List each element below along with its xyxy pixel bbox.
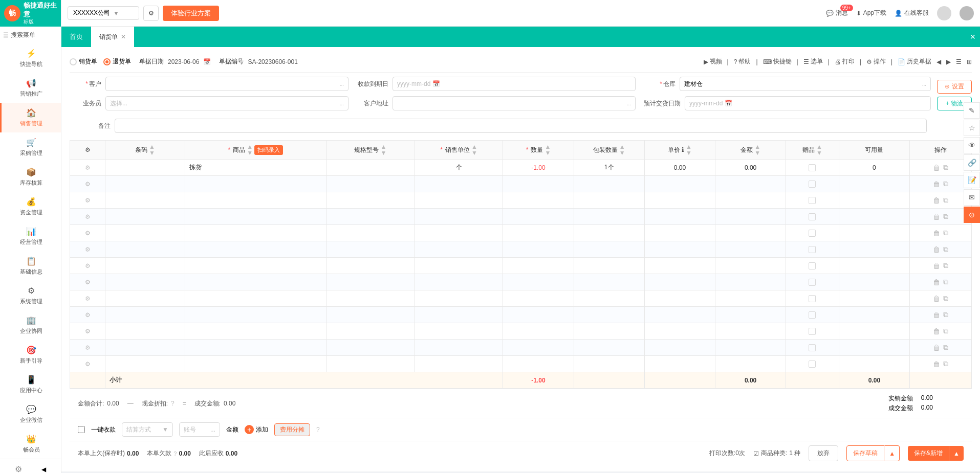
cell-unit-8[interactable] <box>415 290 503 307</box>
cell-spec-0[interactable] <box>326 160 415 176</box>
cell-price-0[interactable]: 0.00 <box>644 160 715 176</box>
sidebar-item-enterprise[interactable]: 🏢 企业协同 <box>0 310 61 340</box>
cell-product-4[interactable] <box>185 225 326 241</box>
cell-barcode-12[interactable] <box>105 356 185 372</box>
cell-spec-12[interactable] <box>326 356 415 372</box>
cell-product-0[interactable]: 拣货 <box>185 160 326 176</box>
cell-price-10[interactable] <box>644 323 715 340</box>
tab-close-icon[interactable]: ✕ <box>121 33 126 40</box>
copy-icon-6[interactable]: ⧉ <box>943 261 948 270</box>
payment-due-input-box[interactable]: yyyy-mm-dd 📅 <box>393 77 636 91</box>
cell-gift-8[interactable] <box>786 290 839 307</box>
cell-price-7[interactable] <box>644 274 715 290</box>
cell-barcode-6[interactable] <box>105 258 185 274</box>
th-gift[interactable]: 赠品▲▼ <box>786 141 839 160</box>
copy-icon-2[interactable]: ⧉ <box>943 196 948 205</box>
cell-price-5[interactable] <box>644 241 715 258</box>
cell-spec-8[interactable] <box>326 290 415 307</box>
sidebar-gear-icon[interactable]: ⚙ <box>15 464 22 473</box>
copy-icon-1[interactable]: ⧉ <box>943 179 948 188</box>
sidebar-item-capital[interactable]: 💰 资金管理 <box>0 192 61 221</box>
settings-button[interactable]: ⊙ 设置 <box>937 80 972 94</box>
cell-unit-1[interactable] <box>415 176 503 192</box>
cell-qty-10[interactable] <box>503 323 574 340</box>
cell-qty-6[interactable] <box>503 258 574 274</box>
cell-unit-12[interactable] <box>415 356 503 372</box>
cell-spec-9[interactable] <box>326 307 415 323</box>
avatar-extra[interactable] <box>960 6 974 20</box>
th-spec[interactable]: 规格型号▲▼ <box>326 141 415 160</box>
cell-amount-2[interactable] <box>715 192 786 209</box>
cell-pack-8[interactable] <box>574 290 644 307</box>
copy-icon-5[interactable]: ⧉ <box>943 245 948 254</box>
account-input[interactable]: 账号 ... <box>179 422 220 437</box>
copy-icon-11[interactable]: ⧉ <box>943 343 948 352</box>
fee-split-button[interactable]: 费用分摊 <box>274 423 310 436</box>
cell-price-11[interactable] <box>644 340 715 356</box>
history-balance-question[interactable]: ? <box>173 451 177 457</box>
cell-amount-3[interactable] <box>715 209 786 225</box>
goods-type[interactable]: ☑ 商品种类: 1 种 <box>753 449 800 458</box>
th-qty[interactable]: *数量▲▼ <box>503 141 574 160</box>
copy-icon-10[interactable]: ⧉ <box>943 327 948 335</box>
gift-cb-7[interactable] <box>809 279 816 286</box>
cell-barcode-1[interactable] <box>105 176 185 192</box>
cell-settings-7[interactable]: ⚙ <box>70 274 105 290</box>
cell-product-5[interactable] <box>185 241 326 258</box>
view-mode-list[interactable]: ☰ <box>956 58 962 65</box>
cell-gift-12[interactable] <box>786 356 839 372</box>
delete-icon-0[interactable]: 🗑 <box>933 164 940 172</box>
cell-amount-11[interactable] <box>715 340 786 356</box>
scan-button[interactable]: 扫码录入 <box>254 145 283 155</box>
cell-spec-2[interactable] <box>326 192 415 209</box>
th-barcode[interactable]: 条码▲▼ <box>105 141 185 160</box>
cell-pack-6[interactable] <box>574 258 644 274</box>
copy-icon-3[interactable]: ⧉ <box>943 212 948 221</box>
cell-pack-4[interactable] <box>574 225 644 241</box>
th-pack[interactable]: 包装数量▲▼ <box>574 141 644 160</box>
cell-barcode-11[interactable] <box>105 340 185 356</box>
cell-unit-4[interactable] <box>415 225 503 241</box>
cell-amount-12[interactable] <box>715 356 786 372</box>
cell-spec-7[interactable] <box>326 274 415 290</box>
delete-icon-8[interactable]: 🗑 <box>933 295 940 303</box>
cell-gift-4[interactable] <box>786 225 839 241</box>
cell-product-6[interactable] <box>185 258 326 274</box>
cell-amount-10[interactable] <box>715 323 786 340</box>
cell-qty-11[interactable] <box>503 340 574 356</box>
tool-print[interactable]: 🖨 打印 <box>835 57 855 66</box>
tool-help[interactable]: ? 帮助 <box>734 57 751 66</box>
sidebar-item-marketing[interactable]: 📢 营销推广 <box>0 73 61 103</box>
cell-barcode-9[interactable] <box>105 307 185 323</box>
cell-unit-5[interactable] <box>415 241 503 258</box>
cell-settings-0[interactable]: ⚙ <box>70 160 105 176</box>
cell-barcode-2[interactable] <box>105 192 185 209</box>
cell-product-10[interactable] <box>185 323 326 340</box>
cell-pack-1[interactable] <box>574 176 644 192</box>
delete-icon-5[interactable]: 🗑 <box>933 245 940 254</box>
rt-orange-icon[interactable]: ⊙ <box>964 207 980 223</box>
gift-cb-11[interactable] <box>809 344 816 351</box>
cell-pack-0[interactable]: 1个 <box>574 160 644 176</box>
cell-pack-3[interactable] <box>574 209 644 225</box>
cell-unit-6[interactable] <box>415 258 503 274</box>
gift-cb-4[interactable] <box>809 230 816 237</box>
th-product[interactable]: *商品 ▲▼ 扫码录入 <box>185 141 326 160</box>
cell-amount-0[interactable]: 0.00 <box>715 160 786 176</box>
cell-price-8[interactable] <box>644 290 715 307</box>
cell-unit-9[interactable] <box>415 307 503 323</box>
cell-product-11[interactable] <box>185 340 326 356</box>
cell-gift-6[interactable] <box>786 258 839 274</box>
th-price[interactable]: 单价 ℹ▲▼ <box>644 141 715 160</box>
cell-barcode-10[interactable] <box>105 323 185 340</box>
cell-gift-2[interactable] <box>786 192 839 209</box>
calendar-icon[interactable]: 📅 <box>203 58 211 65</box>
cell-price-3[interactable] <box>644 209 715 225</box>
rt-mail-icon[interactable]: ✉ <box>964 189 980 206</box>
cell-settings-6[interactable]: ⚙ <box>70 258 105 274</box>
rt-eye-icon[interactable]: 👁 <box>964 137 980 153</box>
cell-qty-5[interactable] <box>503 241 574 258</box>
delete-icon-7[interactable]: 🗑 <box>933 278 940 286</box>
cell-qty-7[interactable] <box>503 274 574 290</box>
save-draft-arrow-button[interactable]: ▲ <box>884 445 900 461</box>
